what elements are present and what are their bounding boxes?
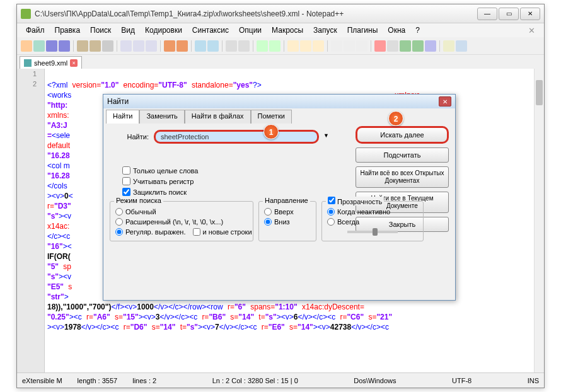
zoom-in-icon[interactable]: [226, 40, 237, 52]
wrap-icon[interactable]: [287, 40, 299, 52]
close-all-icon[interactable]: [90, 40, 101, 52]
find-next-button[interactable]: Искать далее: [356, 126, 449, 144]
cut-icon[interactable]: [120, 40, 132, 52]
status-length: length : 3557: [78, 377, 118, 384]
radio-trans-always[interactable]: Всегда: [327, 218, 418, 226]
menu-edit[interactable]: Правка: [51, 25, 84, 36]
status-lines: lines : 2: [132, 377, 156, 384]
toolbar: [17, 37, 544, 55]
indent-icon[interactable]: [313, 40, 324, 52]
copy-icon[interactable]: [133, 40, 144, 52]
menu-macros[interactable]: Макросы: [268, 25, 307, 36]
play-multi-icon[interactable]: [412, 40, 424, 52]
menu-file[interactable]: Файл: [22, 25, 49, 36]
minimize-button[interactable]: —: [477, 8, 497, 20]
radio-up[interactable]: Вверх: [264, 208, 311, 216]
radio-regex[interactable]: Регуляр. выражен. и новые строки: [115, 228, 248, 236]
find-titlebar[interactable]: Найти ✕: [103, 95, 455, 108]
invisible-icon[interactable]: [300, 40, 311, 52]
find-all-open-button[interactable]: Найти всё во всех Открытых Документах: [356, 166, 449, 188]
new-icon[interactable]: [21, 40, 32, 52]
tab-marks[interactable]: Пометки: [251, 110, 292, 124]
tab-find[interactable]: Найти: [106, 110, 139, 124]
transparency-slider[interactable]: [347, 231, 398, 233]
callout-2: 2: [388, 111, 403, 126]
check-newlines[interactable]: [193, 228, 200, 236]
status-encoding: UTF-8: [452, 377, 471, 384]
folder-icon[interactable]: [331, 40, 342, 52]
sync-v-icon[interactable]: [257, 40, 268, 52]
window-title: C:\Users\ПК\AppData\Local\Temp\Temp1_Кни…: [35, 9, 476, 18]
menu-run[interactable]: Запуск: [309, 25, 341, 36]
gutter: 1 2: [17, 69, 45, 372]
stop-icon[interactable]: [387, 40, 398, 52]
save-all-icon[interactable]: [59, 40, 70, 52]
doc-map-icon[interactable]: [356, 40, 367, 52]
status-language: eXtensible M: [22, 377, 62, 384]
find-input[interactable]: [154, 130, 319, 144]
find-icon[interactable]: [195, 40, 206, 52]
radio-trans-inactive[interactable]: Когда неактивно: [327, 208, 418, 216]
menu-view[interactable]: Вид: [117, 25, 139, 36]
sync-h-icon[interactable]: [269, 40, 280, 52]
close-tab-icon[interactable]: ×: [70, 59, 78, 67]
radio-extended[interactable]: Расширенный (\n, \r, \t, \0, \x...): [115, 218, 248, 226]
doc-tabbar: sheet9.xml ×: [17, 55, 544, 69]
abc-icon[interactable]: [443, 40, 454, 52]
app-icon: [21, 9, 31, 19]
search-mode-group: Режим поиска Обычный Расширенный (\n, \r…: [110, 201, 253, 241]
line-number: 2: [17, 80, 44, 90]
statusbar: eXtensible M length : 3557 lines : 2 Ln …: [17, 372, 544, 388]
menu-windows[interactable]: Окна: [384, 25, 409, 36]
menubar-close-icon[interactable]: ✕: [524, 25, 539, 37]
line-number: 1: [17, 70, 44, 80]
find-close-button[interactable]: ✕: [439, 96, 451, 107]
redo-icon[interactable]: [176, 40, 188, 52]
tab-replace[interactable]: Заменить: [139, 110, 184, 124]
open-icon[interactable]: [33, 40, 45, 52]
menu-options[interactable]: Опции: [235, 25, 265, 36]
menu-syntax[interactable]: Синтаксис: [188, 25, 233, 36]
maximize-button[interactable]: ▭: [499, 8, 519, 20]
count-button[interactable]: Подсчитать: [356, 147, 449, 163]
find-label: Найти:: [110, 133, 154, 141]
paste-icon[interactable]: [146, 40, 157, 52]
play-icon[interactable]: [400, 40, 411, 52]
direction-group: Направление Вверх Вниз: [258, 201, 316, 241]
function-list-icon[interactable]: [344, 40, 355, 52]
menu-plugins[interactable]: Плагины: [344, 25, 382, 36]
replace-icon[interactable]: [207, 40, 219, 52]
radio-down[interactable]: Вниз: [264, 218, 311, 226]
status-position: Ln : 2 Col : 3280 Sel : 15 | 0: [212, 377, 298, 384]
find-dialog: Найти ✕ Найти Заменить Найти в файлах По…: [103, 94, 456, 301]
status-eol: Dos\Windows: [354, 377, 396, 384]
radio-normal[interactable]: Обычный: [115, 208, 248, 216]
menubar: Файл Правка Поиск Вид Кодировки Синтакси…: [17, 23, 544, 37]
titlebar: C:\Users\ПК\AppData\Local\Temp\Temp1_Кни…: [17, 4, 544, 23]
callout-1: 1: [263, 124, 279, 139]
print-icon[interactable]: [102, 40, 113, 52]
record-icon[interactable]: [374, 40, 386, 52]
menu-encoding[interactable]: Кодировки: [141, 25, 186, 36]
close-file-icon[interactable]: [77, 40, 88, 52]
scrollbar-vertical[interactable]: [534, 69, 544, 372]
save-macro-icon[interactable]: [425, 40, 436, 52]
doc-tab-label: sheet9.xml: [34, 59, 67, 67]
zoom-out-icon[interactable]: [238, 40, 250, 52]
menu-help[interactable]: ?: [412, 25, 424, 36]
transparency-group: Прозрачность Когда неактивно Всегда: [321, 201, 424, 241]
undo-icon[interactable]: [164, 40, 175, 52]
doc-tab[interactable]: sheet9.xml ×: [20, 56, 82, 69]
check-transparency[interactable]: [328, 197, 335, 204]
file-icon: [24, 59, 32, 67]
monitor-icon[interactable]: [456, 40, 467, 52]
find-dropdown-icon[interactable]: ▼: [323, 132, 329, 139]
tab-find-in-files[interactable]: Найти в файлах: [185, 110, 251, 124]
close-button[interactable]: ✕: [520, 8, 540, 20]
status-mode: INS: [528, 377, 539, 384]
save-icon[interactable]: [46, 40, 57, 52]
find-dialog-title: Найти: [107, 97, 439, 106]
menu-search[interactable]: Поиск: [86, 25, 115, 36]
